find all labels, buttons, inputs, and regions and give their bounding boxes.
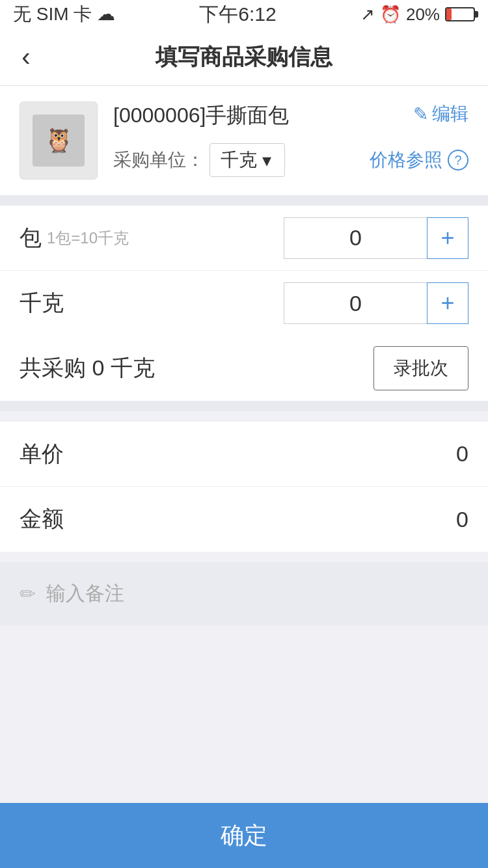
product-name: [0000006]手撕面包 [113, 102, 289, 130]
amount-row: 金额 0 [0, 487, 488, 552]
price-reference-button[interactable]: 价格参照 ? [370, 148, 468, 172]
status-left: 无 SIM 卡 ☁ [13, 2, 115, 27]
bag-sublabel: 1包=10千克 [47, 228, 129, 249]
notes-placeholder: 输入备注 [46, 580, 124, 607]
notes-section[interactable]: ✏ 输入备注 [0, 562, 488, 625]
unit-label: 采购单位： [113, 148, 204, 172]
unit-price-row: 单价 0 [0, 422, 488, 487]
bag-plus-button[interactable]: + [427, 217, 468, 259]
confirm-button[interactable]: 确定 [0, 803, 488, 868]
product-image: 🦉 [20, 102, 98, 180]
edit-icon: ✎ [413, 103, 428, 125]
nav-bar: ‹ 填写商品采购信息 [0, 29, 488, 86]
kg-number-input[interactable]: 0 [284, 282, 427, 324]
status-right: ↗ ⏰ 20% [360, 5, 475, 25]
input-section: 包 1包=10千克 0 + 千克 0 + [0, 206, 488, 336]
bag-input-row: 包 1包=10千克 0 + [0, 206, 488, 271]
total-label: 共采购 0 千克 [20, 353, 155, 383]
bag-label: 包 1包=10千克 [20, 223, 129, 253]
product-info: [0000006]手撕面包 ✎ 编辑 采购单位： 千克 ▾ 价格参照 [113, 102, 468, 177]
unit-selector[interactable]: 千克 ▾ [210, 143, 285, 177]
pencil-icon: ✏ [20, 582, 36, 605]
page-spacer [0, 625, 488, 821]
chevron-down-icon: ▾ [262, 150, 271, 171]
unit-price-value: 0 [456, 441, 468, 467]
status-time: 下午6:12 [199, 1, 276, 28]
help-icon: ? [448, 150, 468, 170]
price-section: 单价 0 金额 0 [0, 422, 488, 552]
edit-button[interactable]: ✎ 编辑 [413, 102, 468, 126]
alarm-icon: ⏰ [380, 5, 401, 25]
kg-input-row: 千克 0 + [0, 271, 488, 336]
direction-icon: ↗ [360, 5, 375, 25]
kg-plus-button[interactable]: + [427, 282, 468, 324]
product-card: 🦉 [0000006]手撕面包 ✎ 编辑 采购单位： 千克 ▾ [0, 86, 488, 195]
bag-number-input[interactable]: 0 [284, 217, 427, 259]
status-bar: 无 SIM 卡 ☁ 下午6:12 ↗ ⏰ 20% [0, 0, 488, 29]
kg-label: 千克 [20, 288, 64, 318]
total-row: 共采购 0 千克 录批次 [0, 336, 488, 401]
record-batch-button[interactable]: 录批次 [373, 346, 468, 390]
unit-price-label: 单价 [20, 439, 64, 469]
divider-1 [0, 195, 488, 206]
kg-input-controls: 0 + [284, 282, 468, 324]
bag-input-controls: 0 + [284, 217, 468, 259]
battery-text: 20% [406, 5, 440, 25]
back-button[interactable]: ‹ [0, 29, 52, 86]
divider-2 [0, 401, 488, 411]
page-title: 填写商品采购信息 [52, 42, 436, 72]
amount-label: 金额 [20, 504, 64, 534]
battery-icon [445, 7, 475, 21]
product-thumbnail: 🦉 [33, 115, 85, 167]
amount-value: 0 [456, 507, 468, 532]
sim-status: 无 SIM 卡 ☁ [13, 2, 115, 27]
